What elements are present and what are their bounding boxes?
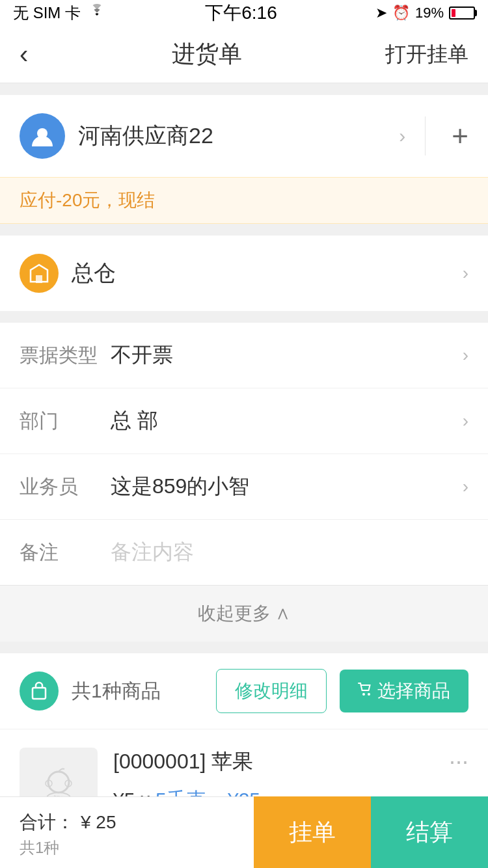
warehouse-section: 总仓 › (0, 236, 488, 311)
hold-button[interactable]: 挂单 (254, 796, 371, 868)
dept-value: 总 部 (111, 407, 463, 435)
invoice-label: 票据类型 (20, 342, 98, 369)
remark-row[interactable]: 备注 备注内容 (0, 519, 488, 585)
alarm-icon: ⏰ (392, 5, 410, 21)
svg-point-3 (362, 693, 365, 696)
form-section: 票据类型 不开票 › 部门 总 部 › 业务员 这是859的小智 › 备注 备注… (0, 323, 488, 642)
select-product-button[interactable]: 选择商品 (340, 670, 468, 712)
remark-label: 备注 (20, 539, 98, 566)
supplier-avatar (20, 113, 65, 159)
remark-placeholder: 备注内容 (111, 538, 468, 567)
back-button[interactable]: ‹ (20, 40, 28, 69)
status-right: ➤ ⏰ 19% (375, 5, 475, 21)
product-code: [0000001] (113, 750, 206, 773)
sales-row[interactable]: 业务员 这是859的小智 › (0, 454, 488, 519)
product-bag-icon (20, 671, 59, 711)
supplier-section: 河南供应商22 › + 应付-20元，现结 (0, 95, 488, 224)
total-amount: 合计： ¥ 25 (20, 807, 234, 835)
location-icon: ➤ (375, 5, 387, 21)
dept-row[interactable]: 部门 总 部 › (0, 388, 488, 454)
supplier-actions: › + (399, 116, 468, 156)
product-count: 共1种商品 (72, 678, 203, 705)
wifi-icon (87, 4, 107, 22)
invoice-chevron-icon: › (463, 345, 468, 366)
battery-icon (449, 7, 475, 20)
dept-label: 部门 (20, 408, 98, 435)
bottom-bar: 合计： ¥ 25 共1种 挂单 结算 (0, 796, 488, 868)
total-value: ¥ 25 (81, 812, 116, 832)
product-title: 苹果 (211, 750, 253, 773)
invoice-value: 不开票 (111, 341, 463, 370)
sales-value: 这是859的小智 (111, 472, 463, 501)
svg-point-4 (368, 693, 370, 696)
supplier-row[interactable]: 河南供应商22 › + (0, 95, 488, 177)
product-header: 共1种商品 修改明细 选择商品 (0, 653, 488, 729)
open-hold-button[interactable]: 打开挂单 (385, 40, 468, 69)
select-product-label: 选择商品 (377, 679, 450, 703)
dept-chevron-icon: › (463, 411, 468, 431)
warehouse-icon (20, 254, 59, 293)
total-section: 合计： ¥ 25 共1种 (0, 796, 254, 868)
total-sub: 共1种 (20, 837, 234, 858)
collapse-button[interactable]: 收起更多 ∧ (0, 585, 488, 642)
status-bar: 无 SIM 卡 下午6:16 ➤ ⏰ 19% (0, 0, 488, 26)
supplier-chevron-icon: › (399, 125, 405, 147)
warehouse-chevron-icon: › (463, 263, 468, 284)
carrier-text: 无 SIM 卡 (13, 3, 81, 23)
supplier-divider (425, 116, 426, 156)
checkout-button[interactable]: 结算 (371, 796, 488, 868)
svg-rect-1 (36, 275, 42, 283)
cart-icon (358, 681, 372, 701)
more-options-icon[interactable]: ··· (449, 748, 468, 775)
battery-percent: 19% (415, 5, 444, 21)
sales-label: 业务员 (20, 474, 98, 500)
status-left: 无 SIM 卡 (13, 3, 107, 23)
sales-chevron-icon: › (463, 476, 468, 497)
nav-bar: ‹ 进货单 打开挂单 (0, 26, 488, 83)
warehouse-name: 总仓 (72, 258, 463, 288)
page-title: 进货单 (172, 38, 242, 70)
total-label: 合计： (20, 812, 74, 832)
warehouse-row[interactable]: 总仓 › (0, 236, 488, 311)
supplier-name: 河南供应商22 (78, 121, 399, 151)
product-name: [0000001] 苹果 (113, 748, 433, 776)
invoice-row[interactable]: 票据类型 不开票 › (0, 323, 488, 388)
notice-bar: 应付-20元，现结 (0, 177, 488, 224)
svg-rect-2 (33, 688, 46, 699)
edit-detail-button[interactable]: 修改明细 (216, 669, 327, 713)
add-supplier-icon[interactable]: + (452, 120, 468, 152)
status-time: 下午6:16 (205, 1, 277, 25)
